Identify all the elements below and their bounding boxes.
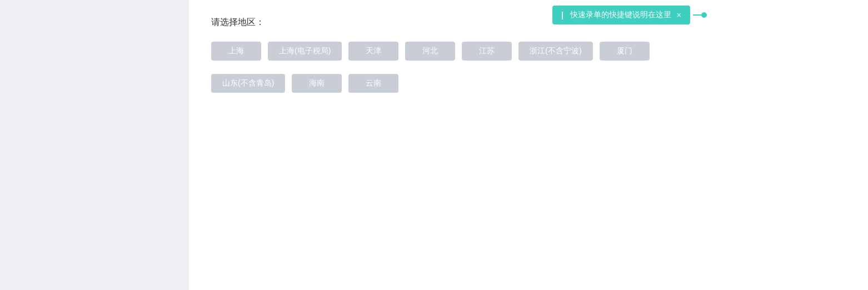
region-btn-yunnan[interactable]: 云南 bbox=[348, 74, 398, 93]
left-sidebar bbox=[0, 0, 189, 290]
region-btn-shandong[interactable]: 山东(不含青岛) bbox=[211, 74, 285, 93]
region-btn-zhejiang[interactable]: 浙江(不含宁波) bbox=[518, 42, 592, 61]
region-btn-hebei[interactable]: 河北 bbox=[405, 42, 455, 61]
region-btn-hainan[interactable]: 海南 bbox=[292, 74, 342, 93]
main-content: 请选择地区： 上海 上海(电子税局) 天津 河北 江苏 浙江(不含宁波) 厦门 … bbox=[189, 0, 868, 290]
tooltip-close-button[interactable]: × bbox=[677, 11, 681, 19]
region-btn-xiamen[interactable]: 厦门 bbox=[600, 42, 650, 61]
region-buttons: 上海 上海(电子税局) 天津 河北 江苏 浙江(不含宁波) 厦门 山东(不含青岛… bbox=[211, 42, 846, 93]
page-title: 请选择地区： bbox=[211, 17, 846, 28]
region-btn-shanghai[interactable]: 上海 bbox=[211, 42, 261, 61]
tooltip-text: 快速录单的快捷键说明在这里 bbox=[570, 10, 671, 20]
region-btn-jiangsu[interactable]: 江苏 bbox=[462, 42, 512, 61]
region-btn-shanghai-etax[interactable]: 上海(电子税局) bbox=[268, 42, 342, 61]
region-btn-tianjin[interactable]: 天津 bbox=[348, 42, 398, 61]
tooltip-dot bbox=[701, 12, 707, 18]
tooltip-banner: 快速录单的快捷键说明在这里 × bbox=[552, 6, 690, 24]
